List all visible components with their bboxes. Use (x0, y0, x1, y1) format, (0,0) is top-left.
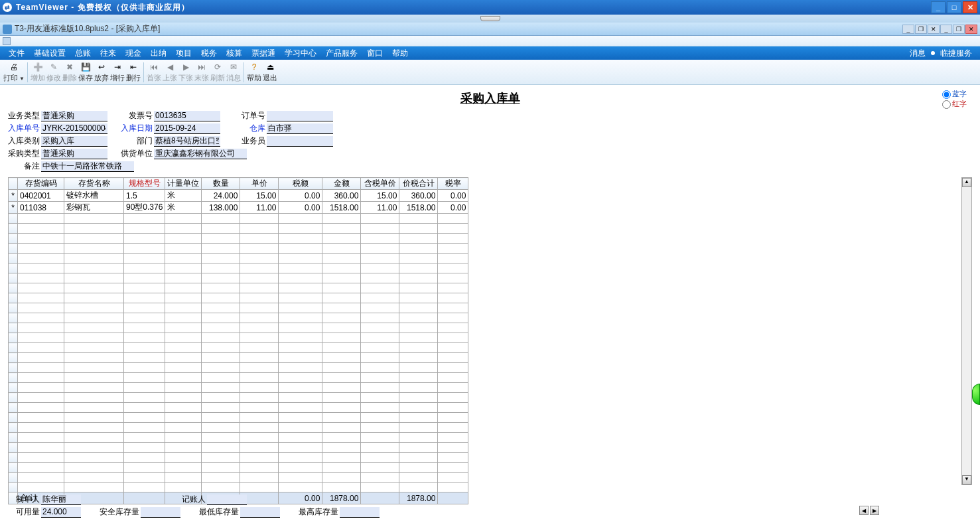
grid-cell[interactable] (322, 293, 361, 303)
grid-cell[interactable] (124, 293, 165, 303)
delete-button[interactable]: ✖删除 (62, 61, 78, 84)
grid-cell[interactable] (18, 363, 64, 373)
grid-cell[interactable] (279, 273, 322, 283)
help-button[interactable]: ?帮助 (246, 61, 262, 84)
edit-button[interactable]: ✎修改 (46, 61, 62, 84)
grid-cell[interactable] (438, 413, 468, 423)
table-row[interactable] (9, 263, 468, 273)
grid-cell[interactable] (361, 383, 399, 393)
grid-cell[interactable] (399, 403, 438, 413)
grid-cell[interactable] (399, 473, 438, 483)
grid-header-cell[interactable]: 计量单位 (165, 178, 202, 190)
table-row[interactable] (9, 353, 468, 363)
grid-cell[interactable] (18, 473, 64, 483)
grid-cell[interactable] (18, 323, 64, 333)
grid-cell[interactable]: 15.00 (361, 190, 399, 202)
grid-cell[interactable] (279, 333, 322, 343)
grid-cell[interactable] (361, 293, 399, 303)
grid-cell[interactable] (240, 224, 279, 234)
grid-cell[interactable] (438, 393, 468, 403)
grid-cell[interactable] (202, 373, 240, 383)
first-button[interactable]: ⏮首张 (146, 61, 162, 84)
grid-cell[interactable] (18, 433, 64, 443)
usable-input[interactable] (41, 507, 81, 518)
grid-cell[interactable] (165, 234, 202, 244)
grid-cell[interactable] (361, 283, 399, 293)
grid-cell[interactable] (64, 244, 124, 254)
grid-cell[interactable] (322, 333, 361, 343)
grid-cell[interactable] (64, 234, 124, 244)
table-row[interactable] (9, 293, 468, 303)
grid-cell[interactable] (322, 363, 361, 373)
side-floater-icon[interactable] (972, 384, 980, 405)
grid-cell[interactable] (202, 303, 240, 313)
grid-cell[interactable] (165, 333, 202, 343)
grid-cell[interactable] (165, 393, 202, 403)
grid-cell[interactable] (240, 333, 279, 343)
grid-cell[interactable] (399, 413, 438, 423)
scroll-down-button[interactable]: ▼ (962, 475, 971, 485)
prev-button[interactable]: ◀上张 (162, 61, 178, 84)
grid-cell[interactable] (9, 473, 18, 483)
grid-cell[interactable] (124, 353, 165, 363)
scroll-up-button[interactable]: ▲ (962, 178, 971, 187)
table-row[interactable] (9, 283, 468, 293)
teamviewer-tab-handle[interactable] (480, 16, 500, 21)
grid-cell[interactable] (64, 463, 124, 473)
grid-cell[interactable] (18, 423, 64, 433)
grid-cell[interactable] (165, 224, 202, 234)
grid-cell[interactable] (361, 423, 399, 433)
grid-cell[interactable] (438, 403, 468, 413)
grid-cell[interactable] (202, 273, 240, 283)
table-row[interactable] (9, 214, 468, 224)
grid-cell[interactable]: 1.5 (124, 190, 165, 202)
grid-cell[interactable] (124, 443, 165, 453)
grid-cell[interactable] (322, 273, 361, 283)
table-row[interactable] (9, 483, 468, 492)
order-no-input[interactable] (267, 111, 333, 121)
red-voucher-radio[interactable]: 红字 (942, 99, 967, 109)
grid-cell[interactable] (18, 224, 64, 234)
grid-cell[interactable] (9, 313, 18, 323)
table-row[interactable] (9, 443, 468, 453)
receipt-no-input[interactable] (41, 123, 107, 134)
grid-cell[interactable] (240, 443, 279, 453)
grid-cell[interactable] (202, 263, 240, 273)
grid-cell[interactable] (165, 353, 202, 363)
grid-cell[interactable] (322, 413, 361, 423)
grid-cell[interactable] (240, 263, 279, 273)
grid-cell[interactable] (279, 383, 322, 393)
grid-cell[interactable] (124, 453, 165, 463)
grid-cell[interactable] (322, 303, 361, 313)
grid-cell[interactable] (18, 273, 64, 283)
grid-cell[interactable] (18, 333, 64, 343)
grid-cell[interactable] (279, 353, 322, 363)
grid-cell[interactable] (64, 353, 124, 363)
grid-cell[interactable] (438, 453, 468, 463)
table-row[interactable] (9, 333, 468, 343)
grid-header-cell[interactable]: 数量 (202, 178, 240, 190)
grid-cell[interactable] (124, 373, 165, 383)
grid-cell[interactable] (279, 373, 322, 383)
grid-cell[interactable] (18, 413, 64, 423)
grid-cell[interactable] (18, 234, 64, 244)
grid-cell[interactable] (399, 483, 438, 492)
grid-cell[interactable] (399, 393, 438, 403)
grid-cell[interactable] (399, 234, 438, 244)
grid-cell[interactable] (322, 483, 361, 492)
grid-cell[interactable] (322, 343, 361, 353)
booker-input[interactable] (207, 494, 247, 505)
grid-cell[interactable] (202, 363, 240, 373)
invoice-no-input[interactable] (154, 111, 220, 121)
grid-cell[interactable] (322, 403, 361, 413)
grid-cell[interactable] (399, 423, 438, 433)
grid-cell[interactable]: 0.00 (438, 202, 468, 214)
grid-cell[interactable] (124, 244, 165, 254)
table-row[interactable] (9, 313, 468, 323)
grid-cell[interactable] (202, 353, 240, 363)
grid-cell[interactable] (165, 244, 202, 254)
grid-cell[interactable] (279, 323, 322, 333)
grid-cell[interactable] (165, 273, 202, 283)
grid-cell[interactable] (399, 363, 438, 373)
grid-cell[interactable] (18, 353, 64, 363)
